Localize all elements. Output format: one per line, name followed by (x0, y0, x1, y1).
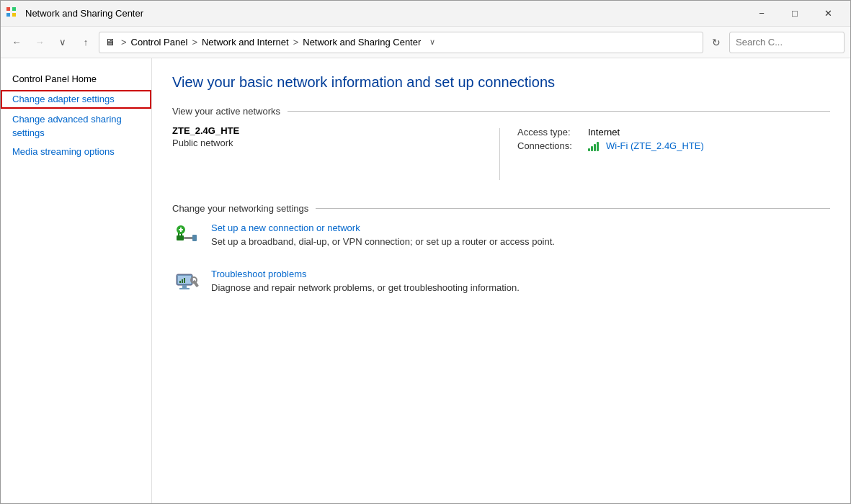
path-dropdown-button[interactable]: ∨ (424, 32, 441, 53)
svg-rect-11 (179, 288, 190, 289)
new-connection-item: Set up a new connection or network Set u… (172, 222, 830, 251)
address-bar: ← → ∨ ↑ 🖥 > Control Panel > Network and … (1, 27, 850, 58)
wifi-connection-paren: ) (700, 140, 703, 151)
sidebar-item-media-streaming[interactable]: Media streaming options (1, 143, 151, 161)
svg-rect-7 (179, 229, 183, 230)
main-window: Network and Sharing Center − □ ✕ ← → ∨ ↑… (0, 0, 851, 504)
refresh-button[interactable]: ↻ (706, 32, 726, 53)
window-icon (6, 7, 19, 20)
connections-label: Connections: (517, 140, 582, 151)
new-connection-link[interactable]: Set up a new connection or network (211, 222, 555, 233)
svg-rect-10 (182, 285, 187, 288)
change-settings-label: Change your networking settings (172, 203, 308, 214)
breadcrumb-part2[interactable]: Network and Internet (202, 37, 289, 48)
path-icon: 🖥 (105, 37, 117, 48)
active-networks-header: View your active networks (172, 106, 830, 117)
connections-row: Connections: Wi-Fi (ZTE_2.4G_HTE) (517, 140, 830, 151)
breadcrumb-part3[interactable]: Network and Sharing Center (303, 37, 421, 48)
troubleshoot-icon (172, 269, 201, 297)
network-access: Access type: Internet Connections: Wi-Fi (517, 125, 830, 183)
troubleshoot-text: Troubleshoot problems Diagnose and repai… (211, 269, 520, 293)
window-controls: − □ ✕ (745, 1, 845, 27)
main-area: Control Panel Home Change adapter settin… (1, 58, 850, 503)
networks-area: ZTE_2.4G_HTE Public network Access type:… (172, 125, 830, 183)
wifi-connection-text: Wi-Fi (ZTE_2.4G_HTE (606, 140, 700, 151)
troubleshoot-desc: Diagnose and repair network problems, or… (211, 282, 520, 293)
up-button[interactable]: ↑ (76, 32, 96, 53)
svg-rect-12 (179, 281, 181, 283)
sidebar-item-home[interactable]: Control Panel Home (1, 70, 151, 89)
address-path: 🖥 > Control Panel > Network and Internet… (99, 32, 703, 53)
svg-rect-0 (177, 235, 184, 240)
svg-rect-3 (184, 237, 194, 239)
network-type: Public network (172, 138, 485, 148)
sidebar-item-change-sharing[interactable]: Change advanced sharing settings (1, 110, 151, 142)
network-name: ZTE_2.4G_HTE (172, 125, 485, 136)
svg-rect-13 (182, 279, 183, 283)
minimize-button[interactable]: − (745, 1, 778, 27)
search-box: 🔍 (729, 32, 845, 53)
wifi-signal-icon (588, 141, 599, 151)
page-title: View your basic network information and … (172, 73, 830, 91)
sidebar: Control Panel Home Change adapter settin… (1, 58, 152, 503)
forward-button[interactable]: → (30, 32, 50, 53)
access-type-value: Internet (588, 127, 620, 138)
network-info: ZTE_2.4G_HTE Public network (172, 125, 499, 183)
access-type-row: Access type: Internet (517, 127, 830, 138)
change-settings-header: Change your networking settings (172, 203, 830, 214)
down-button[interactable]: ∨ (53, 32, 73, 53)
section-divider-2 (316, 208, 830, 209)
troubleshoot-link[interactable]: Troubleshoot problems (211, 269, 520, 279)
breadcrumb-part1[interactable]: Control Panel (131, 37, 188, 48)
troubleshoot-item: Troubleshoot problems Diagnose and repai… (172, 269, 830, 297)
active-networks-label: View your active networks (172, 106, 280, 117)
back-button[interactable]: ← (6, 32, 27, 53)
svg-rect-14 (184, 278, 185, 283)
access-type-label: Access type: (517, 127, 582, 138)
sidebar-item-change-adapter[interactable]: Change adapter settings (1, 90, 151, 109)
new-connection-text: Set up a new connection or network Set u… (211, 222, 555, 247)
close-button[interactable]: ✕ (811, 1, 845, 27)
content-area: View your basic network information and … (152, 58, 850, 503)
section-divider (288, 111, 830, 112)
wifi-connection-link[interactable]: Wi-Fi (ZTE_2.4G_HTE) (606, 140, 704, 151)
network-divider (499, 128, 500, 180)
new-connection-desc: Set up a broadband, dial-up, or VPN conn… (211, 236, 555, 247)
maximize-button[interactable]: □ (778, 1, 811, 27)
title-bar: Network and Sharing Center − □ ✕ (1, 1, 850, 27)
window-title: Network and Sharing Center (25, 8, 745, 19)
svg-rect-4 (192, 235, 197, 241)
search-input[interactable] (736, 37, 851, 48)
new-connection-icon (172, 222, 201, 251)
